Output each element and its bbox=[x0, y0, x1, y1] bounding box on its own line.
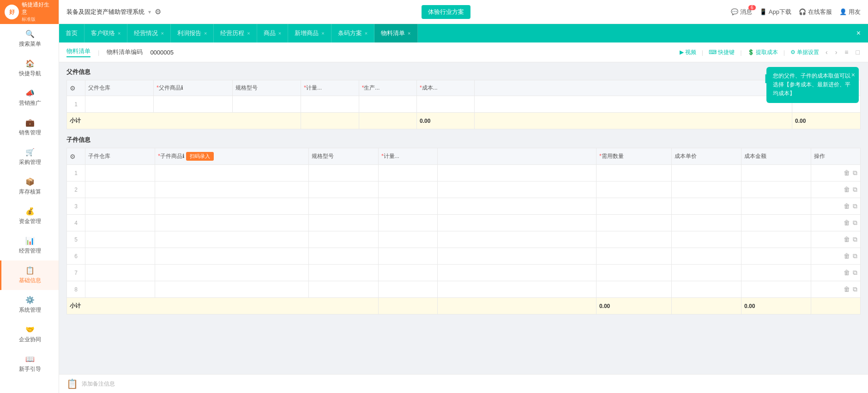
single-setting-btn[interactable]: ⚙ 单据设置 bbox=[790, 48, 819, 56]
child-unit-cost-cell[interactable] bbox=[671, 198, 741, 215]
parent-spec-cell[interactable] bbox=[233, 96, 301, 113]
expand-icon[interactable]: □ bbox=[855, 48, 861, 56]
child-product-cell[interactable] bbox=[155, 265, 308, 281]
child-spec-cell[interactable] bbox=[308, 281, 378, 298]
child-unit-cell[interactable] bbox=[378, 165, 437, 181]
prev-arrow-icon[interactable]: ‹ bbox=[825, 48, 829, 56]
child-warehouse-cell[interactable] bbox=[85, 281, 155, 298]
child-unit-cell[interactable] bbox=[378, 248, 437, 265]
child-gear-icon[interactable]: ⚙ bbox=[70, 153, 76, 160]
breadcrumb-bom[interactable]: 物料清单 bbox=[66, 47, 90, 57]
child-unit-cost-cell[interactable] bbox=[671, 231, 741, 248]
child-unit-cell[interactable] bbox=[378, 215, 437, 231]
copy-icon[interactable]: ⧉ bbox=[853, 169, 857, 177]
sidebar-item-sales[interactable]: 💼 销售管理 bbox=[0, 113, 59, 142]
app-download-link[interactable]: 📱 App下载 bbox=[760, 8, 791, 16]
sidebar-item-finance[interactable]: 💰 资金管理 bbox=[0, 201, 59, 231]
child-product-cell[interactable] bbox=[155, 181, 308, 198]
sidebar-item-search[interactable]: 🔍 搜索菜单 bbox=[0, 24, 59, 54]
child-product-cell[interactable] bbox=[155, 248, 308, 265]
child-spec-cell[interactable] bbox=[308, 231, 378, 248]
delete-icon[interactable]: 🗑 bbox=[844, 285, 850, 293]
tab-home[interactable]: 首页 bbox=[59, 24, 84, 42]
child-product-cell[interactable] bbox=[155, 231, 308, 248]
note-text[interactable]: 添加备注信息 bbox=[82, 380, 115, 388]
tab-operation[interactable]: 经营情况 × bbox=[127, 24, 170, 42]
child-spec-cell[interactable] bbox=[308, 215, 378, 231]
tab-product[interactable]: 商品 × bbox=[257, 24, 288, 42]
view-video-btn[interactable]: ▶ 视频 bbox=[680, 48, 696, 56]
tab-bom[interactable]: 物料清单 × bbox=[374, 24, 417, 42]
child-quantity-cell[interactable] bbox=[596, 198, 671, 215]
child-unit-cost-cell[interactable] bbox=[671, 265, 741, 281]
child-product-cell[interactable] bbox=[155, 165, 308, 181]
copy-icon[interactable]: ⧉ bbox=[853, 269, 857, 277]
close-all-icon[interactable]: × bbox=[853, 29, 864, 37]
delete-icon[interactable]: 🗑 bbox=[844, 252, 850, 260]
delete-icon[interactable]: 🗑 bbox=[844, 219, 850, 227]
copy-icon[interactable]: ⧉ bbox=[853, 202, 857, 210]
sidebar-item-operation[interactable]: 📊 经营管理 bbox=[0, 231, 59, 260]
child-warehouse-cell[interactable] bbox=[85, 265, 155, 281]
sidebar-item-inventory[interactable]: 📦 库存核算 bbox=[0, 172, 59, 201]
delete-icon[interactable]: 🗑 bbox=[844, 269, 850, 277]
copy-icon[interactable]: ⧉ bbox=[853, 186, 857, 193]
next-arrow-icon[interactable]: › bbox=[834, 48, 838, 56]
list-view-icon[interactable]: ≡ bbox=[844, 48, 849, 56]
parent-production-cell[interactable] bbox=[359, 96, 416, 113]
child-unit-cell[interactable] bbox=[378, 198, 437, 215]
child-spec-cell[interactable] bbox=[308, 198, 378, 215]
delete-icon[interactable]: 🗑 bbox=[844, 186, 850, 193]
child-quantity-cell[interactable] bbox=[596, 231, 671, 248]
parent-unit-cell[interactable] bbox=[301, 96, 359, 113]
parent-warehouse-cell[interactable] bbox=[85, 96, 154, 113]
shortcut-btn[interactable]: ⌨ 快捷键 bbox=[709, 48, 735, 56]
sidebar-item-guide[interactable]: 📖 新手引导 bbox=[0, 349, 59, 379]
child-unit-cost-cell[interactable] bbox=[671, 181, 741, 198]
child-warehouse-cell[interactable] bbox=[85, 198, 155, 215]
user-menu[interactable]: 👤 用友 bbox=[839, 8, 861, 16]
child-quantity-cell[interactable] bbox=[596, 248, 671, 265]
online-service-link[interactable]: 🎧 在线客服 bbox=[799, 8, 832, 16]
child-unit-cell[interactable] bbox=[378, 231, 437, 248]
delete-icon[interactable]: 🗑 bbox=[844, 202, 850, 210]
child-product-cell[interactable] bbox=[155, 215, 308, 231]
tab-close-icon[interactable]: × bbox=[247, 30, 250, 36]
tab-close-icon[interactable]: × bbox=[408, 30, 410, 36]
child-spec-cell[interactable] bbox=[308, 265, 378, 281]
parent-gear-icon[interactable]: ⚙ bbox=[70, 85, 76, 92]
tab-customer[interactable]: 客户联络 × bbox=[84, 24, 127, 42]
child-product-cell[interactable] bbox=[155, 281, 308, 298]
tab-close-icon[interactable]: × bbox=[321, 30, 324, 36]
message-badge[interactable]: 💬 消息 6 bbox=[731, 8, 752, 16]
scan-btn[interactable]: 扫码录入 bbox=[186, 152, 214, 161]
child-unit-cost-cell[interactable] bbox=[671, 165, 741, 181]
tab-close-icon[interactable]: × bbox=[278, 30, 281, 36]
copy-icon[interactable]: ⧉ bbox=[853, 285, 857, 293]
child-warehouse-cell[interactable] bbox=[85, 231, 155, 248]
tabs-close-all[interactable]: × bbox=[853, 29, 868, 37]
delete-icon[interactable]: 🗑 bbox=[844, 236, 850, 243]
child-spec-cell[interactable] bbox=[308, 165, 378, 181]
copy-icon[interactable]: ⧉ bbox=[853, 236, 857, 243]
child-unit-cell[interactable] bbox=[378, 281, 437, 298]
tooltip-close-btn[interactable]: × bbox=[851, 70, 855, 80]
child-warehouse-cell[interactable] bbox=[85, 248, 155, 265]
tab-close-icon[interactable]: × bbox=[204, 30, 207, 36]
child-unit-cost-cell[interactable] bbox=[671, 248, 741, 265]
child-spec-cell[interactable] bbox=[308, 181, 378, 198]
child-quantity-cell[interactable] bbox=[596, 181, 671, 198]
copy-icon[interactable]: ⧉ bbox=[853, 252, 857, 260]
tab-barcode[interactable]: 条码方案 × bbox=[332, 24, 374, 42]
delete-icon[interactable]: 🗑 bbox=[844, 169, 850, 177]
child-spec-cell[interactable] bbox=[308, 248, 378, 265]
child-quantity-cell[interactable] bbox=[596, 215, 671, 231]
sidebar-item-enterprise[interactable]: 🤝 企业协同 bbox=[0, 320, 59, 349]
child-unit-cell[interactable] bbox=[378, 265, 437, 281]
child-product-cell[interactable] bbox=[155, 198, 308, 215]
parent-product-cell[interactable] bbox=[153, 96, 232, 113]
child-unit-cost-cell[interactable] bbox=[671, 215, 741, 231]
tab-close-icon[interactable]: × bbox=[161, 30, 163, 36]
tab-close-icon[interactable]: × bbox=[118, 30, 121, 36]
sidebar-item-quick-nav[interactable]: 🏠 快捷导航 bbox=[0, 54, 59, 83]
